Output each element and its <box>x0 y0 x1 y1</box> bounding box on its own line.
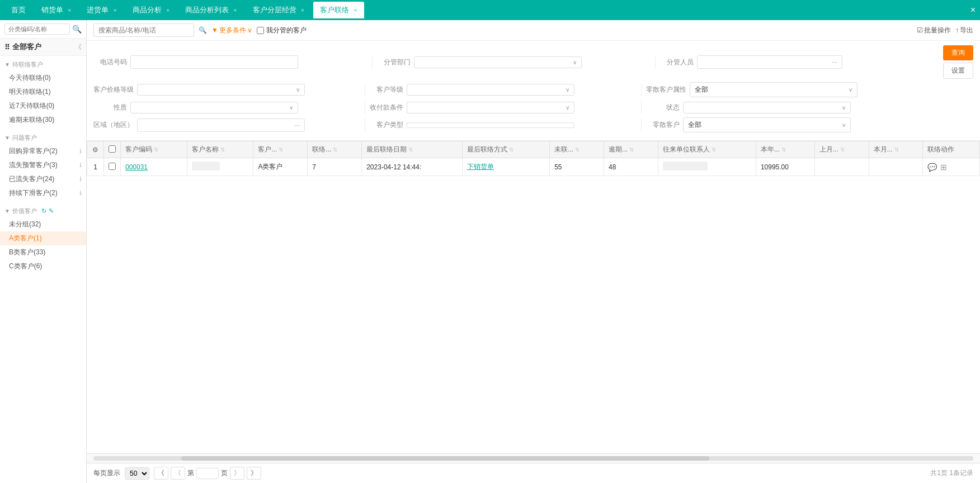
chat-icon[interactable]: 💬 <box>927 163 937 172</box>
sidebar-item-declining[interactable]: 持续下滑客户(2) ℹ <box>0 186 86 200</box>
status-select[interactable]: ∨ <box>683 102 851 113</box>
nav-purchase[interactable]: 进货单 × <box>80 2 123 18</box>
phone-label: 电话号码 <box>93 58 127 67</box>
region-select[interactable]: ··· <box>137 119 305 132</box>
search-input[interactable] <box>93 23 194 37</box>
nav-purchase-close[interactable]: × <box>113 7 116 13</box>
sort-icon-lastmonth[interactable]: ⇅ <box>840 146 845 153</box>
sidebar-item-churn-warning[interactable]: 流失预警客户(3) ℹ <box>0 158 86 172</box>
sort-icon-type[interactable]: ⇅ <box>279 146 283 153</box>
sidebar-all-customers[interactable]: ⠿ 全部客户 《 <box>0 39 86 56</box>
td-last-date: 2023-04-12 14:44: <box>362 158 463 176</box>
sidebar-search-icon[interactable]: 🔍 <box>72 25 82 34</box>
sidebar-item-a-class[interactable]: A类客户(1) <box>0 231 86 245</box>
sort-icon-method[interactable]: ⇅ <box>509 146 513 153</box>
sort-icon-thismonth[interactable]: ⇅ <box>894 146 899 153</box>
payment-select[interactable]: ∨ <box>407 102 574 113</box>
edit-icon[interactable]: ✎ <box>49 207 54 215</box>
search-icon[interactable]: 🔍 <box>199 26 207 34</box>
section-value-title[interactable]: ▼ 价值客户 ↻ ✎ <box>0 205 86 217</box>
nav-customer-contact[interactable]: 客户联络 × <box>313 2 364 18</box>
td-name <box>187 158 253 176</box>
customer-level-select[interactable]: ∨ <box>407 84 574 96</box>
sort-icon-person[interactable]: ⇅ <box>712 146 716 153</box>
filter-row-3: 性质 ∨ 收付款条件 ∨ 状态 <box>93 101 973 114</box>
scattered-attr-label: 零散客户属性 <box>646 85 686 94</box>
qr-icon[interactable]: ⊞ <box>940 163 947 172</box>
th-settings: ⚙ <box>87 141 104 158</box>
sidebar-item-c-class[interactable]: C类客户(6) <box>0 259 86 273</box>
contact-person-gray <box>663 162 708 171</box>
scattered-select[interactable]: 全部 ∨ <box>683 117 851 132</box>
filter-status: 状态 ∨ <box>646 102 913 113</box>
last-page-btn[interactable]: 》 <box>247 467 261 480</box>
nature-select[interactable]: ∨ <box>130 102 298 113</box>
batch-op-button[interactable]: ☑ 批量操作 <box>917 26 951 35</box>
sort-icon-overdue[interactable]: ⇅ <box>629 146 634 153</box>
sidebar-item-repurchase-anomaly[interactable]: 回购异常客户(2) ℹ <box>0 144 86 158</box>
phone-input[interactable] <box>130 55 298 69</box>
sort-icon-date[interactable]: ⇅ <box>408 146 413 153</box>
nav-home[interactable]: 首页 <box>4 2 32 18</box>
horizontal-scrollbar[interactable] <box>93 456 973 461</box>
sidebar-item-b-class[interactable]: B类客户(33) <box>0 245 86 259</box>
region-select-more[interactable]: ··· <box>294 121 300 129</box>
sort-icon-year[interactable]: ⇅ <box>781 146 786 153</box>
export-button[interactable]: ↑ 导出 <box>955 26 973 35</box>
close-all-button[interactable]: × <box>970 5 976 15</box>
query-button[interactable]: 查询 <box>943 45 973 60</box>
sidebar-search-input[interactable] <box>4 23 70 35</box>
next-page-btn[interactable]: 〉 <box>230 467 244 480</box>
setting-button[interactable]: 设置 <box>943 63 973 79</box>
nav-customer-tier-close[interactable]: × <box>301 7 304 13</box>
sidebar-item-overdue[interactable]: 逾期未联络(30) <box>0 113 86 127</box>
nav-sales[interactable]: 销货单 × <box>35 2 78 18</box>
refresh-icon[interactable]: ↻ <box>41 207 46 215</box>
sidebar-item-ungrouped[interactable]: 未分组(32) <box>0 217 86 231</box>
price-level-select[interactable]: ∨ <box>137 84 305 96</box>
customer-type-select[interactable] <box>407 122 574 128</box>
nav-sales-close[interactable]: × <box>68 7 71 13</box>
section-problem-title[interactable]: ▼ 问题客户 <box>0 131 86 144</box>
nav-product-analysis[interactable]: 商品分析 × <box>126 2 176 18</box>
manager-select-more[interactable]: ··· <box>832 58 837 66</box>
nav-customer-tier[interactable]: 客户分层经营 × <box>246 2 311 18</box>
contact-method-link[interactable]: 下销货单 <box>467 163 494 171</box>
scattered-arrow: ∨ <box>842 122 846 128</box>
sort-icon-code[interactable]: ⇅ <box>154 146 158 153</box>
nav-product-list[interactable]: 商品分析列表 × <box>178 2 243 18</box>
th-year-amount: 本年...⇅ <box>756 141 814 158</box>
my-customers-checkbox[interactable] <box>257 27 264 34</box>
nav-product-analysis-close[interactable]: × <box>166 7 169 13</box>
sidebar-item-today[interactable]: 今天待联络(0) <box>0 71 86 85</box>
scrollbar-thumb[interactable] <box>181 456 709 461</box>
page-input[interactable]: 1 <box>196 468 219 479</box>
customer-code-link[interactable]: 000031 <box>125 163 148 171</box>
data-table: ⚙ 客户编码⇅ 客户名称⇅ 客户...⇅ <box>87 141 980 176</box>
sidebar-item-7days[interactable]: 近7天待联络(0) <box>0 99 86 113</box>
filter-dept: 分管部门 ∨ <box>377 56 651 68</box>
manager-select[interactable]: ··· <box>697 55 842 69</box>
td-lastmonth <box>814 158 869 176</box>
sort-icon-unlink[interactable]: ⇅ <box>575 146 579 153</box>
sort-icon-contact[interactable]: ⇅ <box>333 146 337 153</box>
sidebar-item-tomorrow[interactable]: 明天待联络(1) <box>0 85 86 99</box>
prev-page-btn[interactable]: 〈 <box>171 467 185 480</box>
sort-icon-name[interactable]: ⇅ <box>220 146 225 153</box>
payment-arrow: ∨ <box>566 105 569 111</box>
sidebar-collapse-btn[interactable]: 《 <box>75 42 82 52</box>
more-conditions-btn[interactable]: ▼ 更多条件 ∨ <box>211 26 252 35</box>
row-checkbox[interactable] <box>109 163 116 170</box>
first-page-btn[interactable]: 《 <box>154 467 168 480</box>
status-arrow: ∨ <box>842 105 846 111</box>
nav-customer-contact-close[interactable]: × <box>354 7 357 13</box>
settings-icon[interactable]: ⚙ <box>92 146 98 154</box>
td-type: A类客户 <box>253 158 308 176</box>
dept-select[interactable]: ∨ <box>414 56 582 68</box>
page-size-select[interactable]: 50 <box>125 467 149 480</box>
sidebar-item-churned[interactable]: 已流失客户(24) ℹ <box>0 172 86 186</box>
nav-product-list-close[interactable]: × <box>233 7 237 13</box>
scattered-attr-select[interactable]: 全部 ∨ <box>690 82 858 97</box>
section-pending-title[interactable]: ▼ 待联络客户 <box>0 58 86 71</box>
select-all-checkbox[interactable] <box>109 145 116 153</box>
